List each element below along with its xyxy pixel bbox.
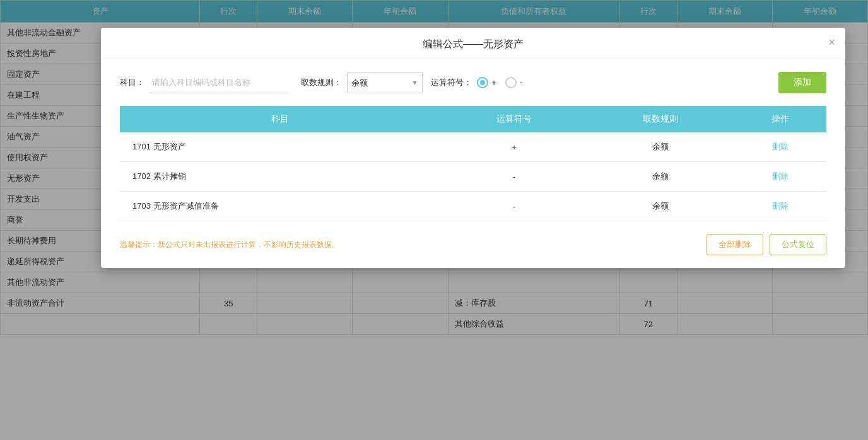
- operator-plus-label: +: [491, 78, 496, 88]
- th-subject: 科目: [120, 106, 441, 132]
- add-button[interactable]: 添加: [778, 72, 826, 93]
- formula-table-row: 1701 无形资产 + 余额 删除: [120, 132, 826, 162]
- operator-label: 运算符号：: [431, 77, 472, 88]
- modal-header: 编辑公式——无形资产 ×: [101, 28, 845, 59]
- formula-action-cell: 删除: [734, 192, 826, 221]
- operator-minus-radio[interactable]: -: [505, 77, 523, 88]
- formula-table-row: 1703 无形资产减值准备 - 余额 删除: [120, 192, 826, 221]
- operator-minus-label: -: [520, 78, 523, 88]
- formula-action-cell: 删除: [734, 132, 826, 162]
- formula-operator: -: [441, 192, 587, 221]
- operator-plus-radio[interactable]: +: [477, 77, 496, 88]
- delete-all-button[interactable]: 全部删除: [707, 234, 763, 255]
- footer-buttons: 全部删除 公式复位: [707, 234, 826, 255]
- radio-minus-circle: [505, 77, 517, 88]
- formula-delete-link[interactable]: 删除: [772, 142, 789, 151]
- formula-delete-link[interactable]: 删除: [772, 201, 789, 211]
- th-action: 操作: [734, 106, 826, 132]
- formula-action-cell: 删除: [734, 162, 826, 192]
- formula-form-row: 科目： 取数规则： 余额借方发生额贷方发生额借方累计贷方累计 ▼ 运算符号： +…: [101, 59, 845, 106]
- table-header-row: 科目 运算符号 取数规则 操作: [120, 106, 826, 132]
- rule-select[interactable]: 余额借方发生额贷方发生额借方累计贷方累计: [347, 72, 423, 93]
- formula-operator: -: [441, 162, 587, 192]
- modal-close-button[interactable]: ×: [828, 37, 835, 48]
- edit-formula-modal: 编辑公式——无形资产 × 科目： 取数规则： 余额借方发生额贷方发生额借方累计贷…: [101, 28, 845, 268]
- formula-delete-link[interactable]: 删除: [772, 171, 789, 181]
- formula-rule: 余额: [587, 162, 734, 192]
- subject-label: 科目：: [120, 77, 144, 88]
- rule-select-wrapper: 余额借方发生额贷方发生额借方累计贷方累计 ▼: [347, 72, 418, 93]
- modal-title: 编辑公式——无形资产: [423, 38, 524, 49]
- formula-subject: 1703 无形资产减值准备: [120, 192, 441, 221]
- th-rule: 取数规则: [587, 106, 734, 132]
- subject-input[interactable]: [150, 72, 288, 93]
- formula-rule: 余额: [587, 132, 734, 162]
- formula-table: 科目 运算符号 取数规则 操作 1701 无形资产 + 余额 删除 1702 累…: [120, 106, 826, 221]
- hint-text: 温馨提示：新公式只对未出报表进行计算，不影响历史报表数据。: [120, 240, 339, 250]
- formula-table-wrapper: 科目 运算符号 取数规则 操作 1701 无形资产 + 余额 删除 1702 累…: [120, 106, 826, 221]
- formula-operator: +: [441, 132, 587, 162]
- radio-plus-circle: [477, 77, 488, 88]
- rule-field-group: 取数规则： 余额借方发生额贷方发生额借方累计贷方累计 ▼: [301, 72, 418, 93]
- formula-subject: 1702 累计摊销: [120, 162, 441, 192]
- modal-footer: 温馨提示：新公式只对未出报表进行计算，不影响历史报表数据。 全部删除 公式复位: [101, 221, 845, 255]
- rule-label: 取数规则：: [301, 77, 342, 88]
- reset-formula-button[interactable]: 公式复位: [770, 234, 826, 255]
- th-operator: 运算符号: [441, 106, 587, 132]
- formula-subject: 1701 无形资产: [120, 132, 441, 162]
- operator-field-group: 运算符号： + -: [431, 77, 523, 88]
- formula-table-row: 1702 累计摊销 - 余额 删除: [120, 162, 826, 192]
- operator-radio-group: + -: [477, 77, 523, 88]
- subject-field-group: 科目：: [120, 72, 288, 93]
- formula-rule: 余额: [587, 192, 734, 221]
